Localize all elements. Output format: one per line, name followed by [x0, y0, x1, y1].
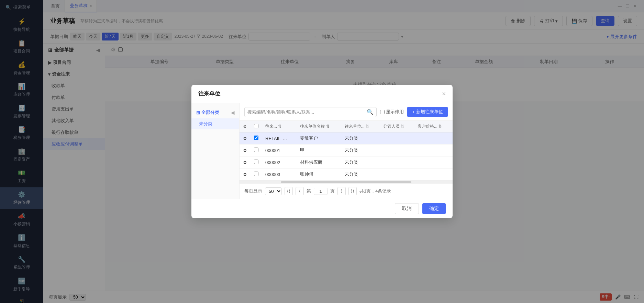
category-unclassified[interactable]: 未分类 [191, 118, 239, 129]
modal-close-btn[interactable]: × [442, 90, 446, 97]
row-category-3: 未分类 [341, 156, 380, 168]
show-disabled-text: 显示停用 [386, 109, 404, 115]
modal-toolbar: 🔍 显示停用 + 新增往来单位 [240, 103, 453, 121]
th-settings: ⚙ [240, 121, 251, 132]
partner-modal: 往来单位 × ⊞ 全部分类 ◀ 未分类 [191, 85, 453, 218]
modal-footer: 取消 确定 [191, 199, 453, 218]
show-disabled-checkbox[interactable] [380, 110, 385, 114]
add-partner-button[interactable]: + 新增往来单位 [407, 107, 448, 117]
search-wrapper: 🔍 [244, 107, 377, 117]
th-category[interactable]: 往来单位... ⇅ [341, 121, 380, 132]
total-info: 共1页，4条记录 [359, 188, 391, 194]
select-all-modal-checkbox[interactable] [254, 124, 258, 128]
row-checkbox-4[interactable] [251, 168, 262, 180]
table-row[interactable]: ⚙ 000003 张帅傅 未分类 [240, 168, 453, 180]
row-checkbox-2[interactable] [251, 144, 262, 156]
row-price-2 [414, 144, 453, 156]
th-code[interactable]: 往来... ⇅ [262, 121, 297, 132]
table-row[interactable]: ⚙ 000002 材料供应商 未分类 [240, 156, 453, 168]
modal-horizontal-scrollbar[interactable] [240, 180, 453, 183]
partner-table: ⚙ 往来... ⇅ 往来单位名称 ⇅ 往来单位... ⇅ 分管人员 ⇅ 客户价格… [240, 121, 453, 180]
th-name[interactable]: 往来单位名称 ⇅ [297, 121, 341, 132]
grid-icon: ⊞ [196, 110, 200, 115]
row-category-2: 未分类 [341, 144, 380, 156]
per-page-label: 每页显示 [244, 188, 262, 194]
modal-table-wrapper: ⚙ 往来... ⇅ 往来单位名称 ⇅ 往来单位... ⇅ 分管人员 ⇅ 客户价格… [240, 121, 453, 180]
page-number-input[interactable] [314, 188, 327, 195]
th-salesperson[interactable]: 分管人员 ⇅ [380, 121, 414, 132]
cancel-button[interactable]: 取消 [395, 203, 419, 214]
table-row[interactable]: ⚙ 000001 甲 未分类 [240, 144, 453, 156]
row-settings-2[interactable]: ⚙ [240, 144, 251, 156]
row-code-3: 000002 [262, 156, 297, 168]
last-page-btn[interactable]: ⟩⟩ [348, 187, 357, 195]
row-price-3 [414, 156, 453, 168]
row-name-1: 零散客户 [297, 132, 341, 144]
modal-category-panel: ⊞ 全部分类 ◀ 未分类 [191, 103, 240, 199]
row-checkbox-3[interactable] [251, 156, 262, 168]
modal-overlay: 往来单位 × ⊞ 全部分类 ◀ 未分类 [0, 0, 644, 303]
row-code-2: 000001 [262, 144, 297, 156]
collapse-category-icon[interactable]: ◀ [231, 110, 234, 115]
row-salesperson-1 [380, 132, 414, 144]
page-prefix: 第 [307, 188, 311, 194]
row-category-1: 未分类 [341, 132, 380, 144]
category-header[interactable]: ⊞ 全部分类 ◀ [191, 107, 239, 118]
row-salesperson-4 [380, 168, 414, 180]
scrollbar-thumb[interactable] [281, 181, 411, 183]
row-salesperson-2 [380, 144, 414, 156]
row-name-2: 甲 [297, 144, 341, 156]
page-suffix: 页 [330, 188, 335, 194]
add-partner-label: 新增往来单位 [416, 109, 443, 115]
row-settings-1[interactable]: ⚙ [240, 132, 251, 144]
modal-body: ⊞ 全部分类 ◀ 未分类 🔍 显示停用 [191, 103, 453, 199]
row-salesperson-3 [380, 156, 414, 168]
row-code-4: 000003 [262, 168, 297, 180]
plus-icon: + [412, 109, 415, 115]
th-checkbox [251, 121, 262, 132]
next-page-btn[interactable]: ⟩ [337, 187, 346, 195]
row-price-4 [414, 168, 453, 180]
modal-right-panel: 🔍 显示停用 + 新增往来单位 [240, 103, 453, 199]
table-row[interactable]: ⚙ RETAIL_... 零散客户 未分类 [240, 132, 453, 144]
prev-page-btn[interactable]: ⟨ [296, 187, 304, 195]
show-disabled-label[interactable]: 显示停用 [380, 109, 404, 115]
row-code-1: RETAIL_... [262, 132, 297, 144]
category-header-label: 全部分类 [201, 109, 219, 116]
th-price[interactable]: 客户价格... ⇅ [414, 121, 453, 132]
partner-search-input[interactable] [247, 109, 365, 115]
modal-pagination: 每页显示 50 ⟨⟨ ⟨ 第 页 ⟩ ⟩⟩ 共1页，4条记录 [240, 183, 453, 199]
modal-header: 往来单位 × [191, 85, 453, 103]
modal-title: 往来单位 [198, 90, 220, 97]
modal-page-size-select[interactable]: 50 [265, 187, 282, 195]
row-settings-4[interactable]: ⚙ [240, 168, 251, 180]
category-label: 未分类 [199, 121, 212, 126]
row-name-3: 材料供应商 [297, 156, 341, 168]
row-price-1 [414, 132, 453, 144]
row-checkbox-1[interactable] [251, 132, 262, 144]
first-page-btn[interactable]: ⟨⟨ [285, 187, 293, 195]
search-magnifier-icon: 🔍 [367, 109, 374, 115]
row-name-4: 张帅傅 [297, 168, 341, 180]
confirm-button[interactable]: 确定 [422, 203, 446, 214]
row-settings-3[interactable]: ⚙ [240, 156, 251, 168]
row-category-4: 未分类 [341, 168, 380, 180]
